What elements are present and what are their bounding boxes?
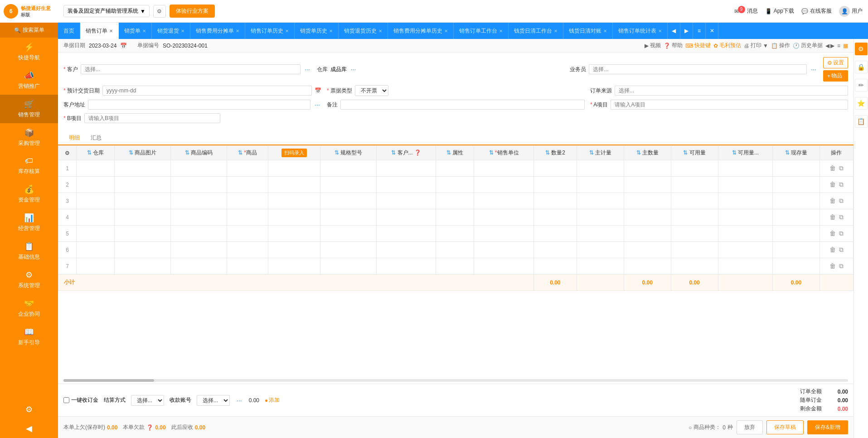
settlement-select[interactable]: 选择... — [131, 395, 164, 406]
tab-prev-btn[interactable]: ◀ — [668, 23, 680, 39]
th-attributes[interactable]: ⇅ 属性 — [436, 146, 474, 160]
operations-btn[interactable]: 📋 操作 — [771, 42, 790, 49]
sidebar-item-inventory[interactable]: 🏷 库存核算 — [0, 152, 58, 180]
th-product-image[interactable]: ⇅ 商品图片 — [114, 146, 170, 160]
tab-sales-stats[interactable]: 销售订单统计表 ✕ — [613, 23, 668, 39]
copy-row-btn-5[interactable]: ⧉ — [839, 230, 844, 237]
collapse-btn[interactable]: ◀ — [0, 419, 58, 438]
sidebar-item-quick-nav[interactable]: ⚡ 快捷导航 — [0, 38, 58, 66]
delete-row-btn-1[interactable]: 🗑 — [829, 164, 836, 172]
right-panel-btn-4[interactable]: ⭐ — [855, 97, 868, 110]
save-new-btn[interactable]: 保存&新增 — [807, 420, 848, 434]
customer-input[interactable] — [81, 64, 301, 74]
copy-row-btn-2[interactable]: ⧉ — [839, 181, 844, 188]
address-ellipsis-btn[interactable]: ··· — [313, 101, 321, 108]
delivery-date-input[interactable] — [102, 86, 312, 96]
system-selector[interactable]: 装备及固定资产辅助管理系统 ▼ — [63, 5, 150, 17]
sidebar-item-purchase[interactable]: 📦 采购管理 — [0, 123, 58, 152]
tab-cash-daily[interactable]: 钱货日清工作台 ✕ — [509, 23, 563, 39]
delete-row-btn-7[interactable]: 🗑 — [829, 262, 836, 270]
th-product[interactable]: ⇅ *商品 — [227, 146, 268, 160]
prev-record-btn[interactable]: ◀ — [825, 43, 829, 49]
sidebar-item-sales[interactable]: 🛒 销售管理 — [0, 95, 58, 123]
tab-sales-fee[interactable]: 销售费用分摊单 ✕ — [190, 23, 245, 39]
right-panel-btn-2[interactable]: 🔒 — [855, 61, 868, 73]
cell-product-1[interactable] — [227, 160, 268, 177]
tab-sales-return-close[interactable]: ✕ — [181, 29, 184, 34]
tab-invoice-history[interactable]: 销货单历史 ✕ — [295, 23, 339, 39]
sidebar-item-finance[interactable]: 💰 资金管理 — [0, 180, 58, 208]
tab-sales-order-history[interactable]: 销售订单历史 ✕ — [245, 23, 295, 39]
th-product-code[interactable]: ⇅ 商品编码 — [170, 146, 227, 160]
calendar-icon[interactable]: 📅 — [120, 43, 127, 49]
sidebar-item-system[interactable]: ⚙ 系统管理 — [0, 265, 58, 294]
user-btn[interactable]: 👤 用户 — [839, 6, 863, 17]
profit-btn[interactable]: ✿ 毛利预估 — [713, 42, 741, 49]
cell-main-qty-1[interactable] — [624, 160, 671, 177]
th-main-qty[interactable]: ⇅ 主数量 — [624, 146, 671, 160]
tab-close-all-btn[interactable]: ✕ — [706, 23, 718, 39]
a-project-input[interactable] — [611, 100, 848, 110]
th-scan[interactable]: 扫码录入 — [268, 146, 320, 160]
th-available2[interactable]: ⇅ 可用量... — [718, 146, 773, 160]
tab-sales-workbench[interactable]: 销售订单工作台 ✕ — [454, 23, 509, 39]
th-stock[interactable]: ⇅ 现存量 — [773, 146, 820, 160]
cell-warehouse-1[interactable] — [76, 160, 114, 177]
th-sales-unit[interactable]: ⇅ *销售单位 — [474, 146, 534, 160]
tab-home[interactable]: 首页 — [58, 23, 80, 39]
sidebar-item-operation[interactable]: 📊 经营管理 — [0, 208, 58, 237]
th-settings[interactable]: ⚙ — [58, 146, 77, 160]
cell-qty2-1[interactable] — [533, 160, 577, 177]
search-menu-item[interactable]: 🔍 搜索菜单 — [0, 23, 58, 38]
tab-next-btn[interactable]: ▶ — [680, 23, 693, 39]
discard-btn[interactable]: 放弃 — [737, 420, 763, 434]
th-qty2[interactable]: ⇅ 数量2 — [533, 146, 577, 160]
order-source-input[interactable] — [615, 86, 848, 96]
invoice-type-select[interactable]: 不开票 — [355, 85, 388, 96]
history-btn[interactable]: 🕐 历史单据 — [793, 42, 823, 49]
cell-spec-1[interactable] — [320, 160, 377, 177]
sidebar-item-marketing[interactable]: 📣 营销推广 — [0, 66, 58, 95]
scroll-thumb[interactable] — [63, 379, 154, 382]
tab-sales-workbench-close[interactable]: ✕ — [499, 29, 503, 34]
cell-sales-unit-1[interactable] — [474, 160, 534, 177]
tab-sales-invoice-close[interactable]: ✕ — [142, 29, 146, 34]
quick-checkout-checkbox[interactable] — [63, 397, 69, 403]
sidebar-item-guide[interactable]: 📖 新手引导 — [0, 322, 58, 351]
copy-row-btn-1[interactable]: ⧉ — [839, 164, 844, 172]
th-customer-ref[interactable]: ⇅ 客户... ❓ — [377, 146, 436, 160]
cell-attr-1[interactable] — [436, 160, 474, 177]
tab-sales-fee-close[interactable]: ✕ — [236, 29, 239, 34]
receipt-account-select[interactable]: 选择... — [197, 395, 230, 406]
messages-btn[interactable]: ✉ 9 消息 — [734, 7, 758, 15]
delete-row-btn-2[interactable]: 🗑 — [829, 181, 836, 188]
receipt-ellipsis-btn[interactable]: ··· — [235, 397, 243, 404]
settings-bottom-btn[interactable]: ⚙ — [0, 400, 58, 419]
help-btn[interactable]: ❓ 帮助 — [664, 42, 683, 49]
tab-cash-daily-close[interactable]: ✕ — [554, 29, 558, 34]
tab-return-history[interactable]: 销货退货历史 ✕ — [339, 23, 388, 39]
tab-sales-order-history-close[interactable]: ✕ — [285, 29, 289, 34]
add-receipt-btn[interactable]: ● 添加 — [265, 396, 280, 404]
tab-menu-btn[interactable]: ≡ — [693, 23, 706, 39]
tab-sales-order-close[interactable]: ✕ — [109, 29, 113, 34]
copy-row-btn-6[interactable]: ⧉ — [839, 246, 844, 253]
th-main-unit[interactable]: ⇅ 主计量 — [577, 146, 624, 160]
list-view-btn[interactable]: ≡ — [837, 43, 840, 49]
delete-row-btn-3[interactable]: 🗑 — [829, 197, 836, 204]
view-btn[interactable]: ▶ 视频 — [645, 42, 661, 49]
tab-fee-history[interactable]: 销售费用分摊单历史 ✕ — [388, 23, 454, 39]
customer-address-input[interactable] — [88, 100, 310, 110]
cell-customer-ref-1[interactable] — [377, 160, 436, 177]
cell-code-1[interactable] — [170, 160, 227, 177]
copy-row-btn-4[interactable]: ⧉ — [839, 213, 844, 221]
cell-available-1[interactable] — [671, 160, 718, 177]
delivery-calendar-icon[interactable]: 📅 — [315, 87, 321, 94]
tab-sales-return[interactable]: 销货退货 ✕ — [152, 23, 190, 39]
cell-main-unit-1[interactable] — [577, 160, 624, 177]
sidebar-item-base-info[interactable]: 📋 基础信息 — [0, 237, 58, 265]
settings-btn[interactable]: ⚙ — [153, 5, 166, 18]
tab-sales-stats-close[interactable]: ✕ — [658, 29, 662, 34]
tab-summary[interactable]: 汇总 — [85, 131, 107, 144]
horizontal-scrollbar[interactable] — [58, 377, 853, 384]
